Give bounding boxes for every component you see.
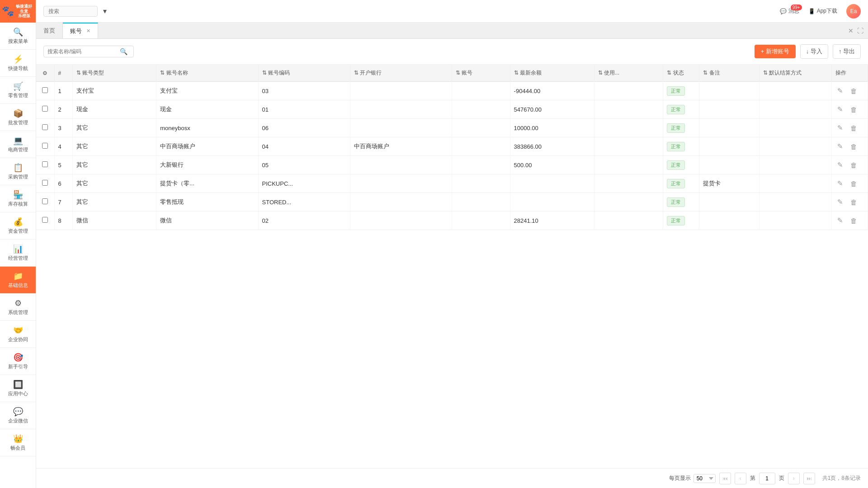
top-header: ▾ 💬 消息 99+ 📱 App下载 Ea [36, 0, 868, 23]
sidebar-item-6[interactable]: 🏪库存核算 [0, 185, 36, 212]
avatar[interactable]: Ea [846, 4, 861, 19]
edit-button-6[interactable]: ✎ [835, 197, 845, 207]
tab-0[interactable]: 首页 [36, 23, 63, 38]
row-status-0: 正常 [663, 82, 699, 100]
delete-button-1[interactable]: 🗑 [849, 105, 859, 114]
import-button[interactable]: ↓ 导入 [800, 44, 828, 59]
th-bank[interactable]: ⇅ 开户银行 [350, 65, 452, 82]
delete-button-7[interactable]: 🗑 [849, 216, 859, 225]
sidebar-item-12[interactable]: 🎯新手引导 [0, 348, 36, 375]
row-name-6: 零售抵现 [156, 193, 258, 211]
sidebar-icon-13: 🔲 [13, 380, 23, 389]
row-checkbox-1[interactable] [42, 106, 48, 112]
tab-1[interactable]: 账号✕ [63, 23, 98, 38]
row-status-5: 正常 [663, 174, 699, 193]
sidebar-label-3: 批发管理 [8, 119, 28, 126]
sidebar-item-5[interactable]: 📋采购管理 [0, 158, 36, 185]
header-right: 💬 消息 99+ 📱 App下载 Ea [780, 4, 861, 19]
th-label-gear: ⚙ [42, 70, 47, 76]
action-btns-4: ✎ 🗑 [835, 160, 864, 170]
accounts-table-wrap: ⚙#⇅ 账号类型⇅ 账号名称⇅ 账号编码⇅ 开户银行⇅ 账号⇅ 最新余额⇅ 使用… [36, 65, 868, 468]
export-button[interactable]: ↑ 导出 [833, 44, 861, 59]
row-no-0: 1 [54, 82, 72, 100]
page-size-select[interactable]: 50 100 [693, 474, 716, 483]
sidebar-item-3[interactable]: 📦批发管理 [0, 104, 36, 131]
sidebar-icon-5: 📋 [13, 163, 23, 173]
sidebar-item-0[interactable]: 🔍搜索菜单 [0, 23, 36, 50]
sidebar-item-11[interactable]: 🤝企业协同 [0, 321, 36, 348]
edit-button-0[interactable]: ✎ [835, 86, 845, 96]
app-download-button[interactable]: 📱 App下载 [808, 7, 837, 15]
sidebar-item-2[interactable]: 🛒零售管理 [0, 77, 36, 104]
delete-button-6[interactable]: 🗑 [849, 197, 859, 207]
action-btns-6: ✎ 🗑 [835, 197, 864, 207]
row-checkbox-0[interactable] [42, 87, 48, 93]
th-status[interactable]: ⇅ 状态 [663, 65, 699, 82]
sidebar-icon-14: 💬 [13, 407, 23, 417]
edit-button-3[interactable]: ✎ [835, 141, 845, 151]
th-usage[interactable]: ⇅ 使用... [594, 65, 663, 82]
delete-button-5[interactable]: 🗑 [849, 179, 859, 188]
row-checkbox-7[interactable] [42, 217, 48, 223]
row-account-1 [452, 100, 510, 119]
delete-button-4[interactable]: 🗑 [849, 160, 859, 170]
th-remark[interactable]: ⇅ 备注 [699, 65, 760, 82]
edit-button-7[interactable]: ✎ [835, 216, 845, 225]
row-balance-6 [510, 193, 594, 211]
row-checkbox-4[interactable] [42, 161, 48, 167]
th-default_settle[interactable]: ⇅ 默认结算方式 [760, 65, 832, 82]
delete-button-2[interactable]: 🗑 [849, 123, 859, 133]
header-dropdown-button[interactable]: ▾ [103, 7, 107, 15]
logo-icon: 🐾 [2, 5, 14, 18]
tab-bar: 首页账号✕ ✕ ⛶ [36, 23, 868, 39]
page-number-input[interactable] [759, 473, 775, 484]
tab-window-expand-button[interactable]: ⛶ [857, 27, 863, 34]
search-button[interactable]: 🔍 [120, 48, 127, 55]
th-code[interactable]: ⇅ 账号编码 [258, 65, 350, 82]
edit-button-4[interactable]: ✎ [835, 160, 845, 170]
sidebar-item-8[interactable]: 📊经营管理 [0, 239, 36, 267]
table-row: 1支付宝支付宝03-90444.00正常 ✎ 🗑 [36, 82, 868, 100]
row-status-3: 正常 [663, 137, 699, 156]
row-checkbox-2[interactable] [42, 124, 48, 130]
sidebar-item-10[interactable]: ⚙系统管理 [0, 294, 36, 321]
row-no-5: 6 [54, 174, 72, 193]
sidebar-item-14[interactable]: 💬企业微信 [0, 402, 36, 429]
th-balance[interactable]: ⇅ 最新余额 [510, 65, 594, 82]
row-checkbox-6[interactable] [42, 198, 48, 204]
sidebar-item-13[interactable]: 🔲应用中心 [0, 375, 36, 402]
row-checkbox-3[interactable] [42, 143, 48, 149]
th-type[interactable]: ⇅ 账号类型 [72, 65, 156, 82]
th-name[interactable]: ⇅ 账号名称 [156, 65, 258, 82]
edit-button-2[interactable]: ✎ [835, 123, 845, 133]
th-account[interactable]: ⇅ 账号 [452, 65, 510, 82]
row-bank-6 [350, 193, 452, 211]
sidebar-item-7[interactable]: 💰资金管理 [0, 212, 36, 239]
page-first-button[interactable]: ⏮ [719, 473, 731, 484]
top-search-input[interactable] [43, 6, 98, 17]
page-next-button[interactable]: › [788, 473, 800, 484]
tab-close-1[interactable]: ✕ [86, 28, 90, 34]
row-name-7: 微信 [156, 211, 258, 230]
row-name-5: 提货卡（零... [156, 174, 258, 193]
sidebar-item-15[interactable]: 👑畅会员 [0, 429, 36, 456]
page-prev-button[interactable]: ‹ [735, 473, 746, 484]
tab-window-close-button[interactable]: ✕ [848, 27, 854, 34]
delete-button-3[interactable]: 🗑 [849, 142, 859, 151]
edit-button-1[interactable]: ✎ [835, 104, 845, 114]
row-remark-6 [699, 193, 760, 211]
edit-button-5[interactable]: ✎ [835, 178, 845, 188]
search-input[interactable] [47, 48, 120, 55]
add-account-button[interactable]: + 新增账号 [755, 45, 796, 58]
page-size-wrap: 每页显示 50 100 [669, 474, 716, 483]
message-button[interactable]: 💬 消息 99+ [780, 7, 799, 15]
page-last-button[interactable]: ⏭ [803, 473, 815, 484]
sidebar-item-1[interactable]: ⚡快捷导航 [0, 50, 36, 77]
sidebar-item-4[interactable]: 💻电商管理 [0, 131, 36, 158]
sidebar-item-9[interactable]: 📁基础信息 [0, 267, 36, 294]
delete-button-0[interactable]: 🗑 [849, 86, 859, 96]
table-row: 2现金现金01547670.00正常 ✎ 🗑 [36, 100, 868, 119]
row-no-2: 3 [54, 119, 72, 137]
row-bank-3: 中百商场账户 [350, 137, 452, 156]
row-checkbox-5[interactable] [42, 180, 48, 186]
